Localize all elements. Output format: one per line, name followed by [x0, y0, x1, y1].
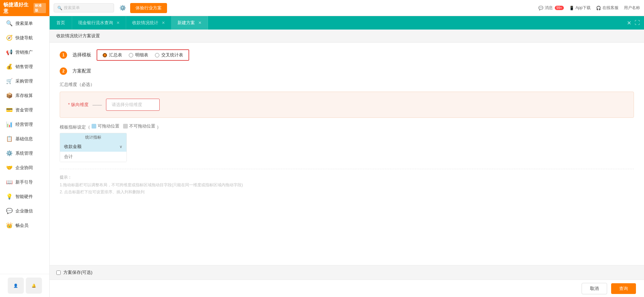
save-label[interactable]: 方案保存(可选)	[63, 269, 93, 276]
sidebar-item-finance[interactable]: 💳 资金管理	[0, 103, 49, 117]
sidebar-item-system[interactable]: ⚙️ 系统管理	[0, 146, 49, 160]
money-icon: 💰	[6, 63, 13, 70]
dimension-title-text: 汇总维度（必选）	[60, 82, 95, 87]
sidebar-item-member[interactable]: 👑 畅会员	[0, 218, 49, 233]
stats-container: 统计指标 收款金额 ∨ 合计	[60, 133, 127, 162]
step2-label: 方案配置	[72, 68, 91, 74]
industry-btn[interactable]: 体验行业方案	[130, 3, 167, 13]
sidebar-item-weixin[interactable]: 💬 企业微信	[0, 204, 49, 218]
page-title: 收款情况统计方案设置	[56, 33, 100, 38]
config-section: 汇总维度（必选） * 纵向维度 —— 请选择分组维度 模板指标设定（	[60, 82, 634, 195]
sidebar-item-quicknav[interactable]: 🧭 快捷导航	[0, 31, 49, 45]
arrow: ——	[93, 102, 102, 107]
metrics-close-paren: ）	[157, 125, 161, 130]
draggable-label: 可拖动位置	[98, 123, 119, 129]
chevron-down-icon[interactable]: ∨	[119, 144, 122, 149]
cancel-button[interactable]: 取消	[582, 283, 607, 294]
tab-label: 现金银行流水查询	[78, 20, 113, 26]
card-icon: 💳	[6, 107, 13, 113]
sidebar-footer-item-1[interactable]: 👤	[8, 278, 24, 294]
sidebar-item-operations[interactable]: 📊 经营管理	[0, 117, 49, 132]
sidebar-item-marketing[interactable]: 📢 营销推广	[0, 45, 49, 59]
tab-new-plan[interactable]: 新建方案 ✕	[171, 16, 208, 30]
sidebar-item-guide[interactable]: 📖 新手引导	[0, 175, 49, 189]
stats-header-text: 收款金额	[64, 144, 82, 150]
minimize-icon[interactable]: ✕	[627, 20, 631, 26]
sidebar-item-collaboration[interactable]: 🤝 企业协同	[0, 160, 49, 175]
user-name: 用户名称	[624, 5, 640, 11]
tab-home[interactable]: 首页	[50, 16, 72, 30]
chat-icon: 💬	[6, 208, 13, 214]
close-icon[interactable]: ✕	[198, 20, 202, 25]
metrics-section: 模板指标设定（ 可拖动位置 不可拖动位置 ） 统计指标	[60, 123, 634, 162]
sidebar-item-label: 营销推广	[15, 49, 33, 55]
message-btn[interactable]: 💬 消息 99+	[538, 5, 564, 11]
dimension-area: * 纵向维度 —— 请选择分组维度	[60, 92, 634, 118]
sidebar-item-label: 快捷导航	[15, 35, 33, 41]
form-area: 1 选择模板 汇总表 明细表 交叉统计表	[50, 43, 644, 265]
gear-icon: ⚙️	[6, 150, 13, 156]
stats-header[interactable]: 收款金额 ∨	[60, 142, 126, 152]
dimension-dropdown[interactable]: 请选择分组维度	[106, 99, 160, 111]
user-info[interactable]: 用户名称	[624, 5, 640, 11]
clipboard-icon: 📋	[6, 136, 13, 142]
download-icon: 📱	[569, 6, 574, 10]
tab-cashflow[interactable]: 现金银行流水查询 ✕	[72, 16, 126, 30]
header-right: 💬 消息 99+ 📱 App下载 🎧 在线客服 用户名称	[538, 5, 640, 11]
radio-label-jiaocha[interactable]: 交叉统计表	[161, 52, 183, 58]
step2-row: 2 方案配置	[60, 67, 634, 75]
sidebar-item-search[interactable]: 🔍 搜索菜单	[0, 16, 49, 31]
hint-item-1: 1.拖动标题栏可以调整布局，不可跨维度或指标区域拖动目字段(只能在同一维度或指标…	[60, 182, 634, 188]
dimension-title: 汇总维度（必选）	[60, 82, 634, 88]
sidebar-item-label: 基础信息	[15, 136, 33, 142]
footer-bar: 取消 查询	[50, 280, 644, 297]
sidebar-item-hardware[interactable]: 💡 智能硬件	[0, 189, 49, 204]
sidebar-item-label: 系统管理	[15, 150, 33, 156]
step1-label: 选择模板	[72, 52, 91, 58]
sidebar-item-sales[interactable]: 💰 销售管理	[0, 59, 49, 74]
radio-label-huizongbiao[interactable]: 汇总表	[109, 52, 122, 58]
radio-mingxibiao[interactable]: 明细表	[129, 52, 148, 58]
stats-label: 统计指标	[60, 133, 126, 142]
settings-icon[interactable]: ⚙️	[119, 5, 126, 11]
crown-icon: 👑	[6, 222, 13, 229]
radio-input-huizongbiao[interactable]	[103, 53, 107, 57]
sidebar-item-inventory[interactable]: 📦 库存核算	[0, 88, 49, 103]
sidebar-footer: 👤 🔔	[0, 274, 49, 297]
sidebar-item-purchase[interactable]: 🛒 采购管理	[0, 74, 49, 88]
main-area: 🔍 搜索菜单 ⚙️ 体验行业方案 💬 消息 99+ 📱 App下载 🎧 在线客服…	[50, 0, 644, 297]
service-btn[interactable]: 🎧 在线客服	[596, 5, 619, 11]
tab-receipts[interactable]: 收款情况统计 ✕	[126, 16, 171, 30]
sidebar-item-basic-info[interactable]: 📋 基础信息	[0, 132, 49, 146]
stats-body-text: 合计	[64, 154, 73, 159]
close-icon[interactable]: ✕	[116, 20, 120, 25]
save-checkbox[interactable]	[56, 270, 61, 275]
top-header: 🔍 搜索菜单 ⚙️ 体验行业方案 💬 消息 99+ 📱 App下载 🎧 在线客服…	[50, 0, 644, 16]
megaphone-icon: 📢	[6, 49, 13, 55]
radio-label-mingxibiao[interactable]: 明细表	[135, 52, 148, 58]
tab-actions: ✕ ⛶	[623, 16, 644, 30]
radio-jiaocha[interactable]: 交叉统计表	[155, 52, 183, 58]
sidebar-item-label: 库存核算	[15, 93, 33, 99]
step1-num: 1	[60, 51, 67, 59]
download-btn[interactable]: 📱 App下载	[569, 5, 591, 11]
search-bar[interactable]: 🔍 搜索菜单	[54, 3, 114, 12]
sidebar-item-label: 销售管理	[15, 64, 33, 70]
close-icon[interactable]: ✕	[162, 20, 165, 25]
tab-bar: 首页 现金银行流水查询 ✕ 收款情况统计 ✕ 新建方案 ✕ ✕ ⛶	[50, 16, 644, 30]
sidebar-item-label: 采购管理	[15, 78, 33, 84]
hint-item-2: 2. 点击标题栏下拉可设置排序、插入列和删除列	[60, 189, 634, 195]
sidebar-item-label: 资金管理	[15, 107, 33, 113]
bulb-icon: 💡	[6, 193, 13, 200]
save-option: 方案保存(可选)	[50, 265, 644, 280]
sidebar-item-label: 智能硬件	[15, 194, 33, 200]
maximize-icon[interactable]: ⛶	[635, 20, 640, 26]
tab-label: 首页	[56, 20, 65, 26]
query-button[interactable]: 查询	[611, 283, 636, 294]
radio-input-mingxibiao[interactable]	[129, 53, 133, 57]
sidebar-footer-item-2[interactable]: 🔔	[26, 278, 42, 294]
sidebar-item-label: 经营管理	[15, 121, 33, 128]
radio-input-jiaocha[interactable]	[155, 53, 159, 57]
radio-huizongbiao[interactable]: 汇总表	[103, 52, 122, 58]
chart-icon: 📊	[6, 121, 13, 128]
